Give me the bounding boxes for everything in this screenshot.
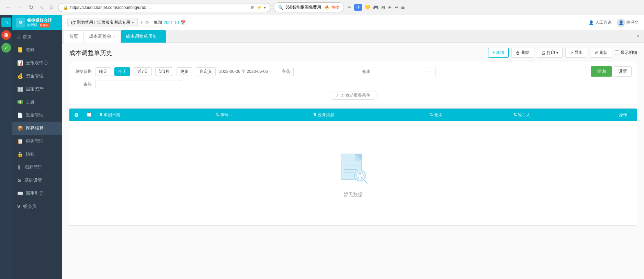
- collapse-more-btn[interactable]: ∧ ∧ 收起更多条件: [75, 91, 632, 100]
- sidebar-item-tax[interactable]: 📋 税务管理: [12, 135, 62, 148]
- forward-btn[interactable]: →: [15, 4, 25, 11]
- refresh-btn[interactable]: ↺ 刷新: [590, 48, 612, 58]
- close-all-tabs-btn[interactable]: ×: [634, 33, 642, 40]
- table-header: ⚙ ⇅ 单据日期 ⇅ 单号...: [69, 109, 637, 121]
- inventory-icon: 📦: [17, 125, 23, 131]
- sidebar-item-home[interactable]: ⌂ 首页: [12, 30, 62, 43]
- show-detail-input[interactable]: [615, 51, 619, 55]
- home-icon: ⌂: [17, 34, 20, 40]
- biztype-col-header[interactable]: ⇅ 业务类型: [309, 109, 426, 121]
- sidebar-label: 归档管理: [25, 164, 43, 170]
- customer-service[interactable]: 👤 人工咨询: [589, 20, 612, 25]
- date-col-header[interactable]: ⇅ 单据日期: [95, 109, 212, 121]
- custom-btn[interactable]: 自定义: [196, 67, 216, 76]
- sidebar-item-basicsettings[interactable]: ⚙ 基础设置: [12, 174, 62, 187]
- sidebar-item-invoice[interactable]: 📄 发票管理: [12, 109, 62, 122]
- sidebar-item-salary[interactable]: 💵 工资: [12, 96, 62, 109]
- today-btn[interactable]: 今天: [114, 67, 130, 76]
- settings-col-header[interactable]: ⚙: [69, 109, 83, 121]
- brightness-icon[interactable]: ☀: [388, 5, 392, 10]
- query-btn[interactable]: 查询: [591, 66, 612, 77]
- home-btn[interactable]: ⌂: [37, 4, 45, 11]
- goods-dots: ···: [345, 69, 351, 74]
- more-btn[interactable]: 更多: [177, 67, 192, 76]
- note-input[interactable]: [95, 80, 181, 88]
- filter-area: 单据日期 昨天 今天 近7天 近1月 更多 自定义 2023-06-06 至 2…: [69, 62, 637, 104]
- tab-cost-history[interactable]: 成本调整单历史 ×: [121, 30, 166, 43]
- lastmonth-btn[interactable]: 近1月: [155, 67, 173, 76]
- show-detail-checkbox[interactable]: 显示明细: [615, 50, 637, 56]
- goods-select[interactable]: ···: [293, 67, 355, 76]
- sidebar-item-inventory[interactable]: 📦 库存核算: [12, 122, 62, 135]
- game-icon[interactable]: 🎮: [373, 5, 379, 10]
- service-icon: 👤: [589, 20, 594, 25]
- add-company-btn[interactable]: +: [139, 19, 143, 26]
- reload-btn[interactable]: ↻: [27, 3, 35, 11]
- checkbox-col-header[interactable]: [83, 109, 95, 121]
- undo-icon[interactable]: ↩: [395, 5, 398, 10]
- last7days-btn[interactable]: 近7天: [134, 67, 152, 76]
- close-cost-adjust-btn[interactable]: ×: [113, 34, 115, 38]
- tab-cost-adjust[interactable]: 成本调整单 ×: [84, 30, 120, 43]
- translate-icon[interactable]: 译: [354, 4, 362, 11]
- print-btn[interactable]: 🖨 打印 ▾: [537, 48, 563, 58]
- tab-home[interactable]: 首页: [64, 30, 83, 43]
- tab-cost-adjust-label: 成本调整单: [89, 33, 111, 40]
- icon-sidebar-item-0[interactable]: ⌂: [0, 16, 12, 29]
- search-bar[interactable]: 🔍 360智能抠图免费用 🔥 热搜: [273, 2, 344, 12]
- grid-icon: ⊞: [251, 5, 255, 10]
- warehouse-select[interactable]: ···: [374, 67, 436, 76]
- wallet-icon[interactable]: 💛: [365, 5, 370, 10]
- sidebar-item-fund[interactable]: 💰 资金管理: [12, 69, 62, 82]
- filter-settings-btn[interactable]: 设置: [614, 66, 632, 77]
- new-btn[interactable]: + 新增: [488, 48, 509, 58]
- biztype-col-label: 业务类型: [318, 112, 334, 117]
- print-icon: 🖨: [541, 51, 545, 55]
- svg-line-8: [363, 179, 367, 183]
- address-bar[interactable]: 🔒 https://cloud.chanjet.com/accounting/u…: [58, 3, 271, 12]
- sidebar-item-ledger[interactable]: 📒 总账: [12, 43, 62, 56]
- hot-text: 热搜: [331, 5, 339, 10]
- icon-sidebar-weibo[interactable]: 微: [0, 29, 12, 41]
- icon-sidebar-green[interactable]: ✓: [0, 42, 12, 54]
- user-profile[interactable]: 👤 徐泽华: [617, 19, 639, 27]
- period-selector[interactable]: 账期 2021-10 📅: [154, 20, 186, 25]
- select-all-checkbox[interactable]: [87, 112, 91, 117]
- warehouse-col-header[interactable]: ⇅ 仓库: [426, 109, 509, 121]
- sidebar-item-newguide[interactable]: 📖 新手引导: [12, 187, 62, 200]
- company-settings-btn[interactable]: ⚙: [145, 20, 149, 25]
- date-filter-label: 单据日期: [75, 69, 92, 75]
- back-btn[interactable]: ←: [3, 4, 13, 11]
- collapse-label: ∧ 收起更多条件: [341, 92, 370, 98]
- closebooks-icon: 🔒: [17, 152, 23, 157]
- number-col-label: 单号...: [220, 112, 232, 117]
- sidebar-label: 总账: [26, 47, 35, 53]
- delete-btn[interactable]: 🗑 删除: [511, 48, 534, 58]
- filter-row-date: 单据日期 昨天 今天 近7天 近1月 更多 自定义 2023-06-06 至 2…: [75, 66, 632, 77]
- content-tabs-bar: 首页 成本调整单 × 成本调整单历史 × ×: [62, 30, 644, 43]
- number-col-header[interactable]: ⇅ 单号...: [212, 109, 309, 121]
- sidebar-item-fixedassets[interactable]: 🏢 固定资产: [12, 82, 62, 96]
- company-selector[interactable]: (勿删勿禁用）江西服宝测试专用 ▾: [67, 18, 138, 27]
- date-range-text: 2023-06-06 至 2023-06-06: [219, 69, 268, 75]
- grid-icon2[interactable]: ⊞: [381, 5, 385, 10]
- sidebar-item-member[interactable]: V 畅会员: [12, 200, 62, 213]
- yesterday-btn[interactable]: 昨天: [95, 67, 111, 76]
- fixedassets-icon: 🏢: [17, 86, 23, 92]
- secure-icon: 🔒: [63, 5, 68, 10]
- bookmark-btn[interactable]: ☆: [47, 3, 56, 11]
- svg-point-9: [359, 173, 361, 175]
- handler-col-header[interactable]: ⇅ 经手人: [509, 109, 609, 121]
- export-btn[interactable]: ↗ 导出: [565, 48, 587, 58]
- refresh-icon: ↺: [595, 51, 598, 55]
- sidebar-item-archive[interactable]: 🗄 归档管理: [12, 161, 62, 174]
- avatar-icon: 👤: [617, 19, 625, 27]
- actions-col-header: 操作: [609, 109, 637, 121]
- menu-icon[interactable]: ≡: [401, 4, 405, 11]
- sidebar-item-closebooks[interactable]: 🔒 结账: [12, 148, 62, 161]
- sidebar-item-cloudreport[interactable]: 📊 云报表中心: [12, 56, 62, 69]
- show-detail-label: 显示明细: [621, 50, 637, 56]
- close-cost-history-btn[interactable]: ×: [159, 34, 161, 38]
- page-title-bar: 成本调整单历史 + 新增 🗑 删除 🖨 打印 ▾ ↗ 导出: [69, 48, 637, 58]
- scissors-icon[interactable]: ✂: [348, 5, 351, 10]
